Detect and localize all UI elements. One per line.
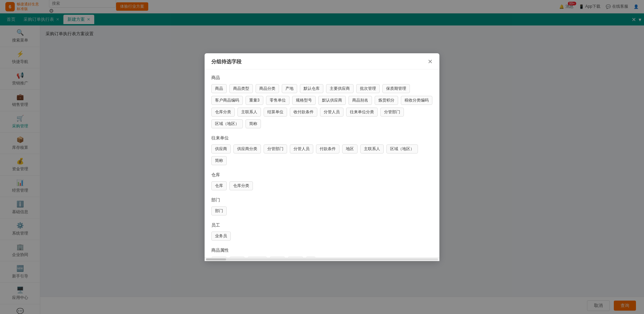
dialog-hscroll[interactable] <box>205 257 439 261</box>
tag-settlement-unit[interactable]: 结算单位 <box>264 108 287 117</box>
tag-partner-dept[interactable]: 分管部门 <box>264 144 287 153</box>
tag-default-supplier[interactable]: 默认供应商 <box>318 96 346 105</box>
tag-salesperson[interactable]: 业务员 <box>211 232 231 241</box>
tag-supplier-category[interactable]: 供应商分类 <box>233 144 261 153</box>
tag-payment-terms[interactable]: 收付款条件 <box>290 108 317 117</box>
tag-warehouse-category[interactable]: 仓库分类 <box>211 108 235 117</box>
dialog-close-button[interactable]: ✕ <box>428 59 433 65</box>
modal-overlay: 分组待选字段 ✕ 商品 商品 商品类型 商品分类 产地 默认仓库 主要供应商 批… <box>0 0 644 314</box>
tag-abbr-partner[interactable]: 简称 <box>211 156 227 165</box>
tag-main-supplier[interactable]: 主要供应商 <box>326 84 354 93</box>
tag-product-alias[interactable]: 商品别名 <box>348 96 372 105</box>
tag-origin[interactable]: 产地 <box>282 84 297 93</box>
hscroll-thumb[interactable] <box>206 258 226 260</box>
tag-batch-mgmt[interactable]: 批次管理 <box>356 84 380 93</box>
section-partner-title: 往来单位 <box>211 135 433 141</box>
tag-quality-mgmt[interactable]: 保质期管理 <box>382 84 410 93</box>
section-warehouse-title: 仓库 <box>211 172 433 178</box>
tag-abbr-product[interactable]: 简称 <box>246 119 261 128</box>
tag-refine-points[interactable]: 炼货积分 <box>375 96 398 105</box>
tag-region-product[interactable]: 区域（地区） <box>211 119 243 128</box>
section-employee: 员工 业务员 <box>211 222 433 241</box>
section-warehouse-tags: 仓库 仓库分类 <box>211 181 433 190</box>
section-product-attr-title: 商品属性 <box>211 247 433 253</box>
tag-payment-condition[interactable]: 付款条件 <box>316 144 339 153</box>
tag-warehouse[interactable]: 仓库 <box>211 181 227 190</box>
tag-area[interactable]: 地区 <box>342 144 358 153</box>
section-department: 部门 部门 <box>211 197 433 215</box>
tag-region-partner[interactable]: 区域（地区） <box>386 144 418 153</box>
tag-retail-unit[interactable]: 零售单位 <box>266 96 289 105</box>
tag-supplier[interactable]: 供应商 <box>211 144 231 153</box>
section-product-attr: 商品属性 属性 颜色 多规格 尺码 鞋码 1 <box>211 247 433 258</box>
tag-tax-code[interactable]: 税收分类编码 <box>401 96 432 105</box>
field-select-dialog: 分组待选字段 ✕ 商品 商品 商品类型 商品分类 产地 默认仓库 主要供应商 批… <box>205 53 439 261</box>
section-department-title: 部门 <box>211 197 433 203</box>
section-warehouse: 仓库 仓库 仓库分类 <box>211 172 433 190</box>
section-partner: 往来单位 供应商 供应商分类 分管部门 分管人员 付款条件 地区 主联系人 区域… <box>211 135 433 165</box>
tag-warehouse-cat[interactable]: 仓库分类 <box>229 181 253 190</box>
tag-partner-category[interactable]: 往来单位分类 <box>346 108 378 117</box>
dialog-header: 分组待选字段 ✕ <box>205 53 439 69</box>
tag-partner-contact[interactable]: 主联系人 <box>360 144 384 153</box>
dialog-title: 分组待选字段 <box>211 59 241 65</box>
tag-dept[interactable]: 分管部门 <box>380 108 404 117</box>
tag-spec-model[interactable]: 规格型号 <box>292 96 316 105</box>
tag-supervisor[interactable]: 分管人员 <box>320 108 343 117</box>
tag-product[interactable]: 商品 <box>211 84 227 93</box>
dialog-body[interactable]: 商品 商品 商品类型 商品分类 产地 默认仓库 主要供应商 批次管理 保质期管理… <box>205 69 439 258</box>
section-department-tags: 部门 <box>211 206 433 215</box>
tag-customer-code[interactable]: 客户商品编码 <box>211 96 243 105</box>
section-employee-tags: 业务员 <box>211 232 433 241</box>
section-product-title: 商品 <box>211 75 433 81</box>
section-product: 商品 商品 商品类型 商品分类 产地 默认仓库 主要供应商 批次管理 保质期管理… <box>211 75 433 128</box>
tag-product-type[interactable]: 商品类型 <box>229 84 253 93</box>
tag-main-contact[interactable]: 主联系人 <box>237 108 261 117</box>
hscroll-track <box>206 258 438 260</box>
tag-weight3[interactable]: 重量3 <box>246 96 263 105</box>
section-product-tags: 商品 商品类型 商品分类 产地 默认仓库 主要供应商 批次管理 保质期管理 客户… <box>211 84 433 128</box>
tag-default-warehouse[interactable]: 默认仓库 <box>300 84 323 93</box>
tag-partner-supervisor[interactable]: 分管人员 <box>290 144 313 153</box>
section-employee-title: 员工 <box>211 222 433 228</box>
tag-department[interactable]: 部门 <box>211 206 227 215</box>
tag-product-category[interactable]: 商品分类 <box>256 84 279 93</box>
section-partner-tags: 供应商 供应商分类 分管部门 分管人员 付款条件 地区 主联系人 区域（地区） … <box>211 144 433 165</box>
